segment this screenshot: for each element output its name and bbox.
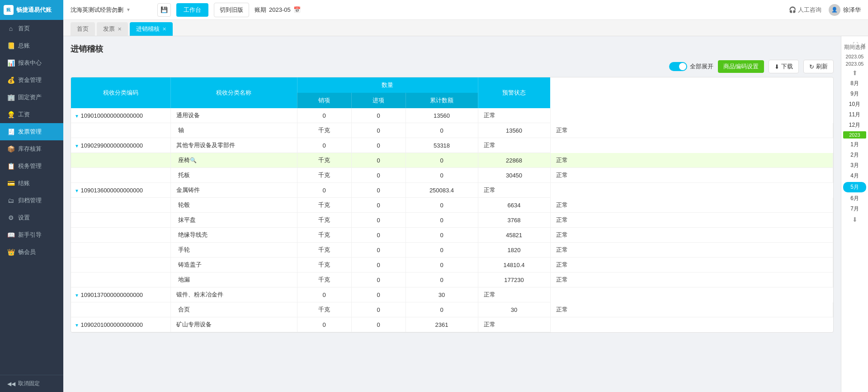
refresh-button[interactable]: ↻ 刷新 bbox=[803, 60, 834, 73]
cell-sale: 0 bbox=[297, 183, 351, 198]
cell-sale: 0 bbox=[351, 272, 406, 287]
table-row: 抹平盘 千克0 0 3768 正常 bbox=[71, 213, 833, 228]
cell-sale: 0 bbox=[351, 123, 406, 138]
expand-icon[interactable]: ▼ bbox=[75, 293, 79, 298]
period-month-item[interactable]: 3月 bbox=[841, 160, 868, 171]
tab-发票[interactable]: 发票✕ bbox=[97, 22, 128, 36]
sidebar-item-资金管理[interactable]: 💰资金管理 bbox=[0, 72, 63, 89]
company-chevron-icon: ▼ bbox=[126, 7, 131, 12]
company-selector[interactable]: 沈海英测试经营勿删 ▼ bbox=[71, 6, 152, 14]
period-month-item[interactable]: 2月 bbox=[841, 150, 868, 160]
sidebar-item-结账[interactable]: 💳结账 bbox=[0, 175, 63, 192]
cell-purchase: 0 bbox=[406, 168, 478, 183]
period-month-item[interactable]: 8月 bbox=[841, 78, 868, 89]
cell-warning: 正常 bbox=[478, 108, 550, 123]
scroll-up-button[interactable]: ⬆ bbox=[841, 67, 868, 78]
table-row[interactable]: ▼ 1090201000000000000 矿山专用设备 0 0 2361 正常 bbox=[71, 317, 833, 332]
item-name: 地漏 bbox=[178, 276, 190, 283]
sidebar-icon-9: 💳 bbox=[7, 180, 14, 187]
cell-sale: 0 bbox=[351, 243, 406, 258]
expand-icon[interactable]: ▼ bbox=[75, 114, 79, 119]
item-name: 绝缘导线壳 bbox=[178, 231, 208, 238]
cell-purchase: 0 bbox=[406, 198, 478, 213]
sidebar-icon-5: 👷 bbox=[7, 111, 14, 118]
switch-version-button[interactable]: 切到旧版 bbox=[214, 3, 249, 17]
tab-label-2: 进销稽核 bbox=[136, 25, 160, 33]
cell-sale: 0 bbox=[351, 198, 406, 213]
sidebar-label-4: 固定资产 bbox=[18, 93, 42, 101]
tab-close-2[interactable]: ✕ bbox=[162, 26, 166, 32]
refresh-label: 刷新 bbox=[816, 62, 828, 71]
panel-close-button[interactable]: ✕ bbox=[861, 42, 866, 49]
cell-name: 其他专用设备及零部件 bbox=[170, 138, 297, 153]
cell-name: 铸造盖子 bbox=[170, 258, 297, 272]
cell-sale: 0 bbox=[297, 317, 351, 332]
cell-unit: 千克 bbox=[297, 123, 351, 138]
cell-total: 22868 bbox=[478, 153, 550, 168]
sidebar-item-归档管理[interactable]: 🗂归档管理 bbox=[0, 192, 63, 209]
sidebar-item-新手引导[interactable]: 📖新手引导 bbox=[0, 226, 63, 244]
sidebar-label-2: 报表中心 bbox=[18, 59, 42, 67]
sidebar-icon-8: 📋 bbox=[7, 163, 14, 170]
period-month-item[interactable]: 6月 bbox=[841, 193, 868, 204]
tab-首页[interactable]: 首页 bbox=[71, 22, 95, 36]
tab-close-1[interactable]: ✕ bbox=[118, 26, 122, 32]
col-tax-code: 税收分类编码 bbox=[71, 77, 170, 108]
table-row[interactable]: ▼ 1090299000000000000 其他专用设备及零部件 0 0 533… bbox=[71, 138, 833, 153]
cell-warning: 正常 bbox=[478, 138, 550, 153]
save-button[interactable]: 💾 bbox=[157, 3, 171, 17]
period-month-item[interactable]: 7月 bbox=[841, 204, 868, 214]
period-month-item[interactable]: 9月 bbox=[841, 89, 868, 99]
period-month-item[interactable]: 5月 bbox=[843, 182, 866, 192]
table-row[interactable]: ▼ 1090137000000000000 锻件、粉末冶金件 0 0 30 正常 bbox=[71, 287, 833, 302]
cell-code: ▼ 1090100000000000000 bbox=[71, 108, 170, 123]
period-month-item[interactable]: 2023 bbox=[843, 131, 866, 139]
workspace-button[interactable]: 工作台 bbox=[176, 3, 208, 17]
scroll-down-button[interactable]: ⬇ bbox=[841, 214, 868, 225]
sidebar-label-0: 首页 bbox=[18, 24, 30, 33]
download-button[interactable]: ⬇ 下载 bbox=[769, 60, 799, 73]
user-menu[interactable]: 👤 徐泽华 bbox=[829, 4, 861, 16]
sidebar-item-库存核算[interactable]: 📦库存核算 bbox=[0, 140, 63, 158]
period-month-item[interactable]: 10月 bbox=[841, 99, 868, 110]
sidebar-item-固定资产[interactable]: 🏢固定资产 bbox=[0, 89, 63, 106]
cell-purchase: 0 bbox=[406, 213, 478, 228]
sidebar-item-首页[interactable]: ⌂首页 bbox=[0, 20, 63, 37]
table-row[interactable]: ▼ 1090100000000000000 通用设备 0 0 13560 正常 bbox=[71, 108, 833, 123]
sidebar-item-设置[interactable]: ⚙设置 bbox=[0, 209, 63, 226]
period-row[interactable]: 2023.05 bbox=[841, 60, 868, 67]
sidebar-item-工资[interactable]: 👷工资 bbox=[0, 106, 63, 123]
page: 进销稽核 全部展开 商品编码设置 ⬇ 下载 ↻ 刷新 bbox=[63, 36, 841, 392]
panel-fullscreen-button[interactable]: ⛶ bbox=[853, 42, 858, 48]
sidebar-item-税务管理[interactable]: 📋税务管理 bbox=[0, 158, 63, 175]
period-month-item[interactable]: 1月 bbox=[841, 139, 868, 150]
period-month-item[interactable]: 11月 bbox=[841, 110, 868, 120]
cell-unit: 千克 bbox=[297, 213, 351, 228]
expand-icon[interactable]: ▼ bbox=[75, 323, 79, 328]
calendar-icon[interactable]: 📅 bbox=[293, 6, 301, 13]
sidebar-item-发票管理[interactable]: 🧾发票管理 bbox=[0, 123, 63, 140]
cell-warning: 正常 bbox=[550, 228, 833, 243]
toggle-switch[interactable] bbox=[669, 62, 687, 71]
sidebar-item-总账[interactable]: 📒总账 bbox=[0, 37, 63, 54]
tab-进销稽核[interactable]: 进销稽核✕ bbox=[130, 22, 173, 36]
expand-icon[interactable]: ▼ bbox=[75, 143, 79, 148]
toolbar: 全部展开 商品编码设置 ⬇ 下载 ↻ 刷新 bbox=[71, 60, 834, 73]
cell-warning: 正常 bbox=[550, 258, 833, 272]
sidebar-item-畅会员[interactable]: 👑畅会员 bbox=[0, 244, 63, 261]
cell-total: 45821 bbox=[478, 228, 550, 243]
sidebar-item-报表中心[interactable]: 📊报表中心 bbox=[0, 54, 63, 72]
table-row[interactable]: ▼ 1090136000000000000 金属铸件 0 0 250083.4 … bbox=[71, 183, 833, 198]
period-month-item[interactable]: 4月 bbox=[841, 171, 868, 181]
expand-icon[interactable]: ▼ bbox=[75, 188, 79, 193]
sidebar-icon-2: 📊 bbox=[7, 59, 14, 67]
sidebar-bottom[interactable]: ◀◀ 取消固定 bbox=[0, 375, 63, 392]
search-icon[interactable]: 🔍 bbox=[190, 157, 197, 163]
support-button[interactable]: 🎧 人工咨询 bbox=[789, 6, 821, 14]
cell-total: 177230 bbox=[478, 272, 550, 287]
main: 沈海英测试经营勿删 ▼ 💾 工作台 切到旧版 账期 2023-05 📅 🎧 人工… bbox=[63, 0, 868, 392]
period-row[interactable]: 2023.05 bbox=[841, 53, 868, 60]
table-row: 铸造盖子 千克0 0 14810.4 正常 bbox=[71, 258, 833, 272]
product-code-button[interactable]: 商品编码设置 bbox=[718, 60, 764, 73]
period-month-item[interactable]: 12月 bbox=[841, 120, 868, 130]
